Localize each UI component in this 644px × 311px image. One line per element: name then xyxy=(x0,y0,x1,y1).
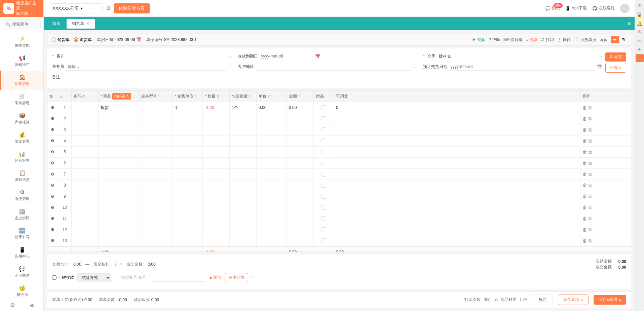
row-amount-6[interactable] xyxy=(287,169,314,180)
row-unit-3[interactable] xyxy=(173,135,203,146)
date-calendar-icon[interactable]: 📅 xyxy=(136,37,141,42)
row-delete-icon-0[interactable]: 🗑 xyxy=(582,105,587,111)
row-price-12[interactable] xyxy=(257,235,287,246)
row-delete-icon-10[interactable]: 🗑 xyxy=(582,216,587,222)
row-gift-3[interactable] xyxy=(314,135,334,146)
row-unit-12[interactable] xyxy=(173,235,203,246)
row-unit-0[interactable]: 个 xyxy=(173,102,203,113)
row-copy-icon-9[interactable]: ⧉ xyxy=(589,205,592,210)
row-quantity-9[interactable] xyxy=(203,202,230,213)
row-unit-7[interactable] xyxy=(173,180,203,191)
row-price-5[interactable] xyxy=(257,158,287,168)
row-copy-icon-7[interactable]: ⧉ xyxy=(589,183,592,188)
row-copy-icon-11[interactable]: ⧉ xyxy=(589,227,592,233)
row-settings-4[interactable]: ⚙ xyxy=(47,147,58,157)
row-copy-icon-1[interactable]: ⧉ xyxy=(589,116,592,122)
row-goods-1[interactable] xyxy=(99,113,139,124)
row-quantity-4[interactable] xyxy=(203,147,230,157)
right-panel-eye[interactable]: 👁 xyxy=(636,28,644,36)
sidebar-search[interactable]: 🔍 搜索菜单 xyxy=(0,17,43,32)
row-amount-1[interactable] xyxy=(287,113,314,124)
row-copy-icon-6[interactable]: ⧉ xyxy=(589,171,592,177)
right-panel-bell[interactable]: 🔔 xyxy=(636,19,644,27)
row-pack-qty-5[interactable] xyxy=(230,158,257,168)
row-unit-2[interactable] xyxy=(173,124,203,135)
row-quantity-12[interactable] xyxy=(203,235,230,246)
sidebar-collapse-button[interactable]: ◀ xyxy=(29,302,33,308)
row-delete-icon-11[interactable]: 🗑 xyxy=(582,227,587,233)
row-delete-icon-5[interactable]: 🗑 xyxy=(582,160,587,166)
row-settings-12[interactable]: ⚙ xyxy=(47,235,58,246)
search-menu-button[interactable]: 🔍 搜索菜单 xyxy=(3,20,41,29)
payment-help-icon[interactable]: ? xyxy=(252,275,254,280)
next-arrow[interactable]: ▶ xyxy=(604,37,608,42)
customer-select-btn[interactable]: ··· xyxy=(228,54,231,59)
save-new-button[interactable]: 保存&新增 ∧ xyxy=(594,295,626,305)
row-spec-7[interactable] xyxy=(139,180,173,191)
sidebar-item-guide[interactable]: 🆕 新手引导 xyxy=(0,224,43,243)
radio-icon[interactable]: ⊙ xyxy=(495,298,498,302)
payment-date-calendar-icon[interactable]: 📅 xyxy=(315,54,320,59)
row-copy-icon-12[interactable]: ⧉ xyxy=(589,238,592,244)
row-barcode-0[interactable] xyxy=(72,102,99,113)
row-gift-5[interactable] xyxy=(314,158,334,168)
row-settings-11[interactable]: ⚙ xyxy=(47,224,58,235)
row-price-0[interactable]: 0.00 xyxy=(257,102,287,113)
row-goods-7[interactable] xyxy=(99,180,139,191)
row-amount-11[interactable] xyxy=(287,224,314,235)
row-delete-icon-7[interactable]: 🗑 xyxy=(582,183,587,188)
return-order-radio[interactable]: 退货单 xyxy=(74,37,92,43)
row-barcode-5[interactable] xyxy=(72,158,99,168)
sidebar-settings-button[interactable]: ⚙ xyxy=(10,302,15,308)
row-delete-icon-3[interactable]: 🗑 xyxy=(582,138,587,144)
row-quantity-3[interactable] xyxy=(203,135,230,146)
row-barcode-11[interactable] xyxy=(72,224,99,235)
right-panel-edit[interactable]: ✏ xyxy=(636,37,644,45)
tab-sales-order[interactable]: 销货单 ✕ xyxy=(67,19,95,29)
row-goods-2[interactable] xyxy=(99,124,139,135)
payment-date-input[interactable] xyxy=(260,52,313,60)
row-delete-icon-6[interactable]: 🗑 xyxy=(582,171,587,177)
row-copy-icon-2[interactable]: ⧉ xyxy=(589,127,592,133)
row-settings-2[interactable]: ⚙ xyxy=(47,124,58,135)
row-quantity-10[interactable] xyxy=(203,213,230,224)
grid-view-btn[interactable]: ⊞ xyxy=(619,36,627,43)
row-quantity-5[interactable] xyxy=(203,158,230,168)
row-barcode-3[interactable] xyxy=(72,135,99,146)
row-pack-qty-1[interactable] xyxy=(230,113,257,124)
row-unit-8[interactable] xyxy=(173,191,203,202)
row-delete-icon-9[interactable]: 🗑 xyxy=(582,205,587,210)
customer-addr-select-btn[interactable]: ··· xyxy=(413,65,416,69)
note-input[interactable] xyxy=(62,73,602,81)
payment-amount-input[interactable] xyxy=(150,274,206,282)
row-pack-qty-9[interactable] xyxy=(230,202,257,213)
th-settings[interactable]: ⚙ xyxy=(47,91,58,102)
row-unit-6[interactable] xyxy=(173,169,203,180)
row-price-10[interactable] xyxy=(257,213,287,224)
sidebar-item-basic[interactable]: 📋 基础信息 xyxy=(0,166,43,186)
row-gift-11[interactable] xyxy=(314,224,334,235)
row-goods-9[interactable] xyxy=(99,202,139,213)
row-price-9[interactable] xyxy=(257,202,287,213)
row-gift-4[interactable] xyxy=(314,147,334,157)
one-click-payment-checkbox[interactable] xyxy=(52,275,56,280)
row-spec-12[interactable] xyxy=(139,235,173,246)
row-barcode-1[interactable] xyxy=(72,113,99,124)
row-pack-qty-10[interactable] xyxy=(230,213,257,224)
row-spec-11[interactable] xyxy=(139,224,173,235)
row-amount-4[interactable] xyxy=(287,147,314,157)
salesperson-select-btn[interactable]: ··· xyxy=(228,65,231,69)
sidebar-item-quick-nav[interactable]: ⚡ 快捷导航 xyxy=(0,32,43,51)
expected-date-input[interactable] xyxy=(449,63,595,71)
salesperson-input[interactable] xyxy=(66,63,226,71)
row-delete-icon-1[interactable]: 🗑 xyxy=(582,116,587,122)
row-gift-10[interactable] xyxy=(314,213,334,224)
sidebar-item-sales[interactable]: 🏠 销售管理 xyxy=(0,71,43,90)
row-goods-0[interactable]: 拆货 xyxy=(99,102,139,113)
sidebar-item-enterprise[interactable]: 🏢 企业协同 xyxy=(0,205,43,224)
abandon-button[interactable]: 放弃 xyxy=(532,295,553,305)
row-spec-0[interactable] xyxy=(139,102,173,113)
payment-method-select[interactable]: 结算方式 xyxy=(77,273,111,282)
row-goods-6[interactable] xyxy=(99,169,139,180)
row-pack-qty-4[interactable] xyxy=(230,147,257,157)
